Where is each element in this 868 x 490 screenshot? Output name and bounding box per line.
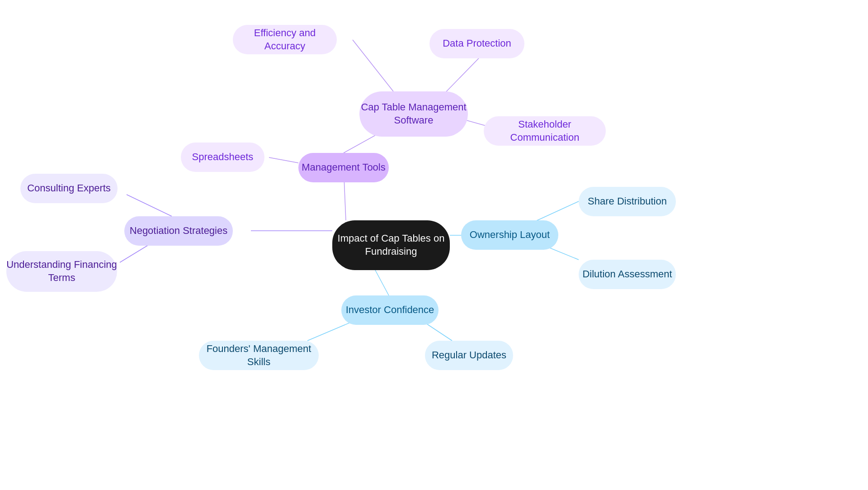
ownership-layout-node: Ownership Layout: [461, 220, 558, 250]
regular-updates-label: Regular Updates: [432, 349, 506, 362]
consulting-node: Consulting Experts: [20, 174, 118, 203]
dilution-assessment-node: Dilution Assessment: [579, 260, 676, 289]
regular-updates-node: Regular Updates: [425, 341, 513, 370]
dilution-assessment-label: Dilution Assessment: [582, 268, 672, 281]
share-distribution-label: Share Distribution: [588, 195, 667, 208]
svg-line-5: [269, 157, 298, 163]
efficiency-label: Efficiency and Accuracy: [233, 27, 337, 52]
financing-terms-label: Understanding Financing Terms: [6, 258, 117, 284]
negotiation-node: Negotiation Strategies: [124, 216, 233, 246]
financing-terms-node: Understanding Financing Terms: [6, 251, 117, 292]
central-node: Impact of Cap Tables on Fundraising: [332, 220, 450, 270]
cap-table-software-node: Cap Table Management Software: [359, 91, 468, 137]
cap-table-software-label: Cap Table Management Software: [359, 101, 468, 127]
data-protection-node: Data Protection: [429, 29, 524, 58]
data-protection-label: Data Protection: [443, 37, 511, 50]
svg-line-7: [127, 195, 172, 216]
spreadsheets-node: Spreadsheets: [181, 143, 264, 172]
founders-management-node: Founders' Management Skills: [199, 341, 319, 370]
founders-management-label: Founders' Management Skills: [199, 343, 319, 368]
svg-line-2: [353, 40, 393, 91]
management-tools-label: Management Tools: [302, 161, 386, 174]
investor-confidence-node: Investor Confidence: [341, 295, 439, 325]
consulting-label: Consulting Experts: [27, 182, 111, 195]
investor-confidence-label: Investor Confidence: [346, 304, 434, 317]
stakeholder-label: Stakeholder Communication: [484, 118, 606, 144]
efficiency-node: Efficiency and Accuracy: [233, 25, 337, 54]
central-node-label: Impact of Cap Tables on Fundraising: [332, 232, 450, 258]
ownership-layout-label: Ownership Layout: [470, 228, 550, 242]
negotiation-label: Negotiation Strategies: [130, 224, 227, 238]
management-tools-node: Management Tools: [298, 153, 389, 182]
svg-line-12: [375, 270, 389, 295]
share-distribution-node: Share Distribution: [579, 187, 676, 216]
stakeholder-node: Stakeholder Communication: [484, 116, 606, 146]
spreadsheets-label: Spreadsheets: [192, 151, 254, 164]
